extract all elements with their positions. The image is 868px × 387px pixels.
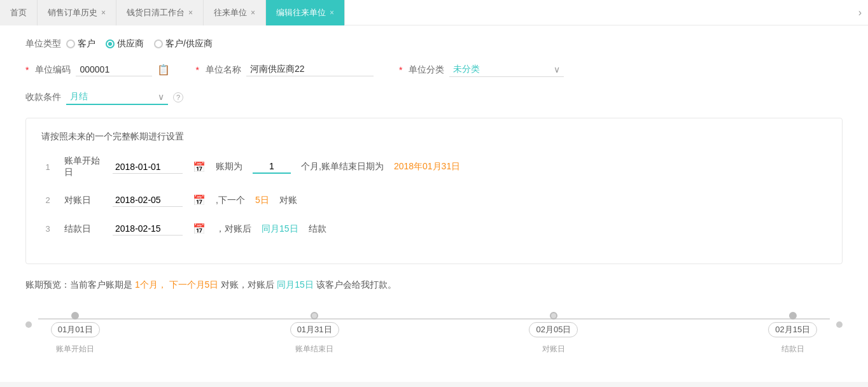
timeline-point-1: 01月01日 账单开始日 xyxy=(51,312,100,355)
row-2-calendar-icon[interactable]: 📅 xyxy=(193,194,206,206)
timeline-date-3: 02月05日 xyxy=(529,322,578,337)
row-2-suffix: 对账 xyxy=(279,195,297,206)
preview-label: 账期预览：当前客户账期是 xyxy=(25,279,132,290)
payment-select[interactable]: 月结 ∨ xyxy=(66,90,168,105)
tab-cash-work[interactable]: 钱货日清工作台 × xyxy=(116,0,204,25)
timeline-dot-2 xyxy=(311,312,318,320)
setting-row-3: 3 结款日 📅 ，对账后 同月15日 结款 xyxy=(41,222,827,236)
payment-value: 月结 xyxy=(70,91,155,102)
row-1-calendar-icon[interactable]: 📅 xyxy=(193,161,206,173)
section-box: 请按照未来的一个完整帐期进行设置 1 账单开始日 📅 账期为 个月,账单结束日期… xyxy=(25,118,843,264)
preview-part5: 该客户会给我打款。 xyxy=(316,279,396,290)
preview-part2: 下一个月5日 xyxy=(169,279,219,290)
row-2-date-input[interactable] xyxy=(113,194,183,207)
row-1-num: 1 xyxy=(41,162,54,172)
row-2-num: 2 xyxy=(41,195,54,205)
timeline-left-dot xyxy=(25,321,32,328)
radio-supplier-label: 供应商 xyxy=(117,38,144,50)
radio-customer-label: 客户 xyxy=(78,38,95,50)
name-required: * xyxy=(195,65,199,75)
code-field: * 单位编码 📋 xyxy=(25,63,170,76)
timeline-point-3: 02月05日 对账日 xyxy=(529,312,578,355)
preview-part3: 对账，对账后 xyxy=(221,279,274,290)
radio-customer-circle xyxy=(66,39,75,48)
timeline-label-4: 结款日 xyxy=(781,344,804,355)
radio-customer-supplier[interactable]: 客户/供应商 xyxy=(154,38,213,50)
code-name-row: * 单位编码 📋 * 单位名称 * 单位分类 未分类 ∨ xyxy=(25,62,843,77)
timeline-dot-1 xyxy=(71,312,79,320)
period-input[interactable] xyxy=(253,160,291,174)
setting-row-2: 2 对账日 📅 ,下一个 5日 对账 xyxy=(41,194,827,207)
row-1-label: 账单开始日 xyxy=(64,155,102,178)
timeline-dot-4 xyxy=(789,312,797,320)
row-3-suffix: 结款 xyxy=(309,223,326,235)
payment-field: 收款条件 月结 ∨ ? xyxy=(25,90,183,105)
tab-edit-partner-close[interactable]: × xyxy=(330,8,334,17)
tab-sales-history-label: 销售订单历史 xyxy=(48,7,97,18)
category-value: 未分类 xyxy=(453,64,551,75)
payment-help-icon[interactable]: ? xyxy=(173,92,183,102)
radio-supplier-circle xyxy=(106,39,115,48)
code-calendar-icon[interactable]: 📋 xyxy=(157,64,170,76)
code-input[interactable] xyxy=(76,63,152,76)
tab-cash-work-label: 钱货日清工作台 xyxy=(127,7,185,18)
timeline-dot-3 xyxy=(550,312,557,320)
unit-type-label: 单位类型 xyxy=(25,38,61,50)
timeline-date-2: 01月31日 xyxy=(290,322,339,337)
row-3-calendar-icon[interactable]: 📅 xyxy=(193,223,206,235)
tab-home[interactable]: 首页 xyxy=(0,0,38,25)
timeline-point-4: 02月15日 结款日 xyxy=(768,312,817,355)
row-3-highlight: 同月15日 xyxy=(262,223,298,235)
radio-customer[interactable]: 客户 xyxy=(66,38,95,50)
row-2-label: 对账日 xyxy=(64,195,102,206)
row-3-label: 结款日 xyxy=(64,223,102,235)
tab-edit-partner-label: 编辑往来单位 xyxy=(276,7,326,18)
name-input[interactable] xyxy=(246,63,374,76)
row-1-mid-text: 账期为 xyxy=(216,161,242,172)
radio-supplier[interactable]: 供应商 xyxy=(106,38,144,50)
preview-part1: 1个月， xyxy=(135,279,167,290)
row-1-date-input[interactable] xyxy=(113,160,183,174)
tab-partner[interactable]: 往来单位 × xyxy=(204,0,266,25)
radio-customer-supplier-circle xyxy=(154,39,163,48)
radio-group: 客户 供应商 客户/供应商 xyxy=(66,38,213,50)
tab-edit-partner[interactable]: 编辑往来单位 × xyxy=(266,0,345,25)
tab-sales-history-close[interactable]: × xyxy=(101,8,106,17)
preview-text: 账期预览：当前客户账期是 1个月， 下一个月5日 对账，对账后 同月15日 该客… xyxy=(25,277,843,293)
category-required: * xyxy=(399,65,402,75)
setting-row-1: 1 账单开始日 📅 账期为 个月,账单结束日期为 2018年01月31日 xyxy=(41,155,827,178)
timeline-label-3: 对账日 xyxy=(542,344,565,355)
tab-expand-button[interactable]: › xyxy=(852,0,868,25)
radio-customer-supplier-label: 客户/供应商 xyxy=(165,38,213,50)
category-label: 单位分类 xyxy=(409,64,444,76)
tab-sales-history[interactable]: 销售订单历史 × xyxy=(38,0,116,25)
code-label: 单位编码 xyxy=(35,64,71,76)
name-field: * 单位名称 xyxy=(195,63,373,76)
row-1-end-date: 2018年01月31日 xyxy=(394,161,460,172)
tab-bar: 首页 销售订单历史 × 钱货日清工作台 × 往来单位 × 编辑往来单位 × › xyxy=(0,0,868,25)
row-2-highlight: 5日 xyxy=(255,195,269,206)
row-3-date-input[interactable] xyxy=(113,222,183,236)
row-3-num: 3 xyxy=(41,224,54,234)
timeline-date-1: 01月01日 xyxy=(51,322,100,337)
timeline-point-2: 01月31日 账单结束日 xyxy=(290,312,339,355)
row-3-prefix: ，对账后 xyxy=(216,223,251,235)
code-required: * xyxy=(25,65,29,75)
tab-cash-work-close[interactable]: × xyxy=(188,8,193,17)
payment-label: 收款条件 xyxy=(25,92,61,103)
timeline-items: 01月01日 账单开始日 01月31日 账单结束日 02月05日 对账日 02月… xyxy=(32,312,836,355)
unit-type-field: 单位类型 客户 供应商 客户/供应商 xyxy=(25,38,213,50)
category-dropdown-icon: ∨ xyxy=(554,64,560,74)
name-label: 单位名称 xyxy=(206,64,241,76)
category-field: * 单位分类 未分类 ∨ xyxy=(399,62,564,77)
payment-dropdown-icon: ∨ xyxy=(158,92,164,102)
tab-partner-close[interactable]: × xyxy=(251,8,255,17)
timeline-label-1: 账单开始日 xyxy=(56,344,94,355)
timeline-right-dot xyxy=(836,321,843,328)
payment-row: 收款条件 月结 ∨ ? xyxy=(25,90,843,105)
timeline: 01月01日 账单开始日 01月31日 账单结束日 02月05日 对账日 02月… xyxy=(25,306,843,361)
unit-type-row: 单位类型 客户 供应商 客户/供应商 xyxy=(25,38,843,50)
timeline-date-4: 02月15日 xyxy=(768,322,817,337)
category-select[interactable]: 未分类 ∨ xyxy=(449,62,564,77)
tab-home-label: 首页 xyxy=(10,7,27,18)
